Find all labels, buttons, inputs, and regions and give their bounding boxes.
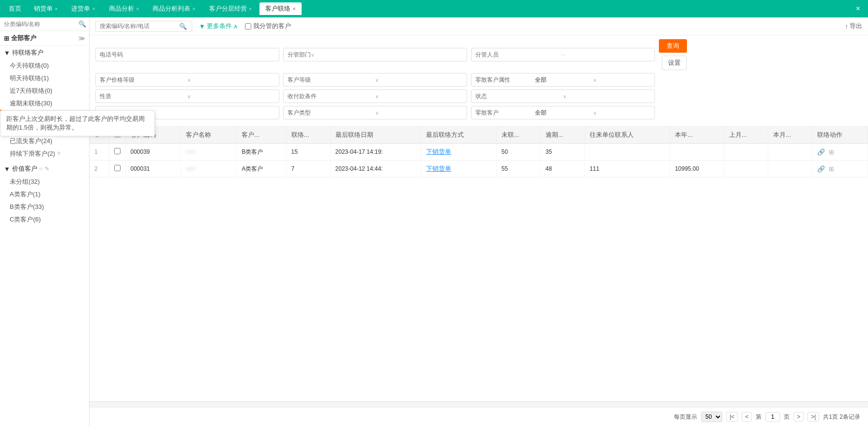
sidebar-value-a[interactable]: A类客户(1) bbox=[0, 188, 89, 201]
row1-grid-icon[interactable]: ⊞ bbox=[829, 148, 834, 156]
nav-tab-sales[interactable]: 销货单 × bbox=[28, 2, 63, 15]
status-select[interactable]: 状态 ∨ bbox=[471, 89, 655, 103]
nav-tab-analysis[interactable]: 商品分析 × bbox=[103, 2, 145, 15]
dept-dropdown-arrow: ∨ bbox=[311, 52, 463, 58]
sidebar-search-input[interactable] bbox=[4, 21, 76, 28]
row2-grid-icon[interactable]: ⊞ bbox=[829, 165, 834, 173]
row2-checkbox[interactable] bbox=[109, 161, 125, 177]
sidebar-group-value[interactable]: ▼ 价值客户 ○ ✎ bbox=[0, 162, 89, 176]
row2-overdue: 48 bbox=[540, 161, 584, 177]
row2-type: A类客户 bbox=[237, 161, 286, 177]
row2-actions: 🔗 ⊞ bbox=[812, 161, 868, 177]
payment-select[interactable]: 收付款条件 ∨ bbox=[283, 89, 467, 103]
nav-tab-contact[interactable]: 客户联络 × bbox=[259, 2, 301, 15]
nav-tab-analysis-list[interactable]: 商品分析列表 × bbox=[147, 2, 201, 15]
row1-select-checkbox[interactable] bbox=[114, 148, 121, 154]
export-button[interactable]: ↑ 导出 bbox=[845, 22, 863, 30]
last-page-button[interactable]: >| bbox=[807, 412, 819, 422]
window-close-button[interactable]: × bbox=[852, 4, 864, 13]
nav-home[interactable]: 首页 bbox=[4, 2, 26, 15]
customer-level-select[interactable]: 客户等级 ∨ bbox=[283, 73, 467, 87]
sidebar-value-b[interactable]: B类客户(33) bbox=[0, 201, 89, 213]
horizontal-scrollbar[interactable] bbox=[90, 401, 868, 407]
close-icon[interactable]: × bbox=[249, 6, 252, 12]
table-row: 2 000031 •••• A类客户 7 2023-04-12 14:44: 下… bbox=[90, 161, 868, 177]
close-icon[interactable]: × bbox=[92, 6, 95, 12]
value-edit-icon[interactable]: ✎ bbox=[45, 165, 49, 172]
row2-contacts: 111 bbox=[584, 161, 670, 177]
dept-select[interactable]: 分管部门 ∨ bbox=[283, 48, 467, 61]
row2-name[interactable]: •••• bbox=[181, 161, 237, 177]
row1-overdue: 35 bbox=[540, 144, 584, 161]
value-circle-icon[interactable]: ○ bbox=[39, 165, 43, 172]
staff-select[interactable]: 分管人员 ··· bbox=[471, 48, 655, 61]
row2-code[interactable]: 000031 bbox=[125, 161, 181, 177]
prev-page-button[interactable]: < bbox=[742, 412, 752, 422]
page-unit-label: 页 bbox=[784, 413, 790, 421]
row1-checkbox[interactable] bbox=[109, 144, 125, 161]
row2-select-checkbox[interactable] bbox=[114, 165, 121, 171]
row1-code[interactable]: 000039 bbox=[125, 144, 181, 161]
customer-price-select[interactable]: 客户价格等级 ∨ bbox=[95, 73, 279, 87]
main-layout: 🔍 ⊞ 全部客户 ≫ ▼ 待联络客户 今天待联络(0) 明天待联络(1) 近7天… bbox=[0, 17, 868, 426]
close-icon[interactable]: × bbox=[136, 6, 139, 12]
sidebar-value-c[interactable]: C类客户(6) bbox=[0, 213, 89, 226]
filter-row-3: 性质 ∨ 收付款条件 ∨ 状态 ∨ bbox=[95, 89, 862, 103]
chevron-up-icon: ∧ bbox=[233, 23, 238, 30]
table-container: ⚙ 客户编码 客户名称 客户... 联络... 最后联络日期 最后联络方式 未联… bbox=[90, 127, 868, 401]
row2-unlisted: 55 bbox=[496, 161, 540, 177]
sidebar-value-ungrouped[interactable]: 未分组(32) bbox=[0, 176, 89, 188]
query-button[interactable]: 查询 bbox=[659, 39, 687, 53]
retail-customer-select[interactable]: 零散客户 全部 ∨ bbox=[471, 106, 655, 119]
sidebar-item-7days[interactable]: 近7天待联络(0) bbox=[0, 85, 89, 97]
next-page-button[interactable]: > bbox=[793, 412, 804, 422]
col-contacts-header: 往来单位联系人 bbox=[584, 127, 670, 144]
row1-last-method[interactable]: 下销货单 bbox=[421, 144, 497, 161]
row2-last-method[interactable]: 下销货单 bbox=[421, 161, 497, 177]
col-unlisted-header: 未联... bbox=[496, 127, 540, 144]
sidebar-collapse-button[interactable]: ≫ bbox=[78, 35, 85, 42]
col-actions-header: 联络动作 bbox=[812, 127, 868, 144]
settings-button[interactable]: 设置 bbox=[662, 56, 687, 70]
phone-field[interactable]: 电话号码 bbox=[95, 48, 279, 61]
nav-tab-tiered[interactable]: 客户分层经营 × bbox=[203, 2, 258, 15]
sidebar-item-declining[interactable]: 持续下滑客户(2) ? bbox=[0, 147, 89, 160]
sidebar-search-icon[interactable]: 🔍 bbox=[78, 20, 86, 28]
arrow-down-icon: ▼ bbox=[4, 49, 10, 57]
sidebar-item-overdue[interactable]: 逾期未联络(30) bbox=[0, 97, 89, 110]
per-page-select[interactable]: 50 bbox=[701, 411, 722, 422]
retail-attr-select[interactable]: 零散客户属性 全部 ∨ bbox=[471, 73, 655, 87]
nav-tab-purchase[interactable]: 进货单 × bbox=[65, 2, 101, 15]
row1-last-month bbox=[724, 144, 768, 161]
col-last-date-header: 最后联络日期 bbox=[330, 127, 421, 144]
first-page-button[interactable]: |< bbox=[726, 412, 738, 422]
search-icon: 🔍 bbox=[179, 23, 187, 30]
phone-input[interactable] bbox=[125, 51, 275, 58]
close-icon[interactable]: × bbox=[55, 6, 58, 12]
row1-name[interactable]: •••• bbox=[181, 144, 237, 161]
sidebar-group-pending[interactable]: ▼ 待联络客户 bbox=[0, 46, 89, 59]
top-nav: 首页 销货单 × 进货单 × 商品分析 × 商品分析列表 × 客户分层经营 × … bbox=[0, 0, 868, 17]
tooltip-box: 距客户上次交易时长，超过了此客户的平均交易周期的1.5倍，则视为异常。 bbox=[0, 110, 155, 136]
staff-dots[interactable]: ··· bbox=[561, 52, 647, 58]
declining-help-icon[interactable]: ? bbox=[57, 151, 60, 157]
gender-select[interactable]: 性质 ∨ bbox=[95, 89, 279, 103]
search-input[interactable] bbox=[100, 23, 177, 29]
row1-link-icon[interactable]: 🔗 bbox=[817, 148, 825, 156]
page-number-input[interactable] bbox=[765, 412, 780, 422]
sidebar-item-tomorrow[interactable]: 明天待联络(1) bbox=[0, 72, 89, 85]
sidebar-all-customers[interactable]: ⊞ 全部客户 ≫ bbox=[0, 31, 89, 46]
close-icon[interactable]: × bbox=[292, 6, 295, 12]
my-customers-checkbox[interactable] bbox=[245, 23, 251, 29]
sidebar-item-already-lost[interactable]: 已流失客户(24) bbox=[0, 135, 89, 147]
customer-type-select[interactable]: 客户类型 ∨ bbox=[283, 106, 467, 119]
row2-link-icon[interactable]: 🔗 bbox=[817, 165, 825, 173]
search-box[interactable]: 🔍 bbox=[95, 21, 192, 32]
customer-table: ⚙ 客户编码 客户名称 客户... 联络... 最后联络日期 最后联络方式 未联… bbox=[90, 127, 868, 177]
close-icon[interactable]: × bbox=[192, 6, 195, 12]
advanced-filter-panel: 电话号码 分管部门 ∨ 分管人员 ··· 查询 设置 bbox=[90, 35, 868, 127]
more-conditions-button[interactable]: ▼ 更多条件 ∧ bbox=[196, 20, 241, 32]
gender-arrow: ∨ bbox=[187, 94, 275, 99]
my-customers-checkbox-label[interactable]: 我分管的客户 bbox=[245, 22, 291, 30]
sidebar-item-today[interactable]: 今天待联络(0) bbox=[0, 59, 89, 72]
